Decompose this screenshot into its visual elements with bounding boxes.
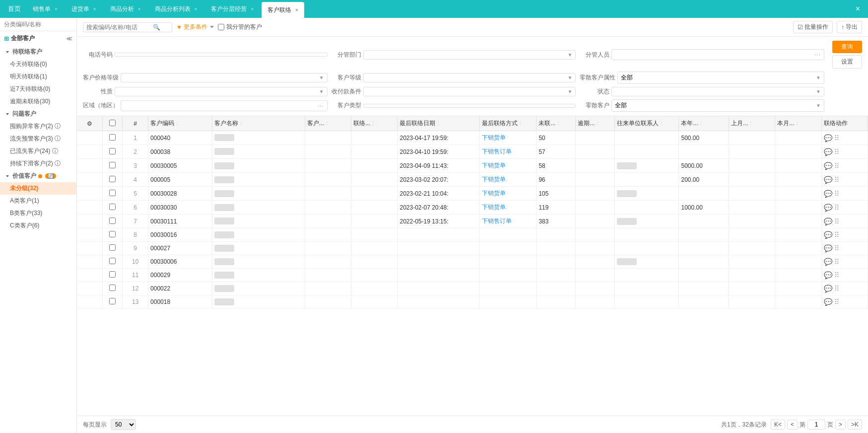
nav-home[interactable]: 首页 — [4, 4, 25, 13]
batch-operation-button[interactable]: ☑ 批量操作 — [793, 21, 833, 33]
action-chat-icon[interactable]: 💬 — [824, 298, 832, 306]
sidebar-group-problem[interactable]: 问题客户 — [0, 108, 76, 120]
action-more-icon[interactable]: ⠿ — [834, 190, 839, 198]
th-lastdate[interactable]: 最后联络日期 : — [398, 116, 479, 131]
action-chat-icon[interactable]: 💬 — [824, 217, 832, 225]
filter-more-conditions[interactable]: ▼ 更多条件 — [176, 23, 214, 31]
nav-tab-customer-tier-close[interactable]: × — [251, 6, 254, 12]
action-chat-icon[interactable]: 💬 — [824, 190, 832, 198]
row-checkbox[interactable] — [109, 162, 116, 168]
th-settings[interactable]: ⚙ — [77, 116, 103, 131]
th-lastmo[interactable]: 上月... : — [729, 116, 775, 131]
cell-lastway[interactable]: 下销货单 — [479, 173, 536, 187]
all-customers-header[interactable]: ⊞ 全部客户 ≪ — [0, 31, 76, 46]
lastway-link[interactable]: 下销货单 — [482, 162, 506, 169]
sidebar-item-lost[interactable]: 已流失客户(24) ⓘ — [0, 145, 76, 157]
action-more-icon[interactable]: ⠿ — [834, 217, 839, 225]
last-page-button[interactable]: >K — [848, 420, 862, 430]
th-check[interactable] — [103, 116, 123, 131]
sidebar-item-ungrouped[interactable]: 未分组(32) — [0, 182, 76, 195]
action-more-icon[interactable]: ⠿ — [834, 162, 839, 170]
th-assoc[interactable]: 往来单位联系人 : — [615, 116, 679, 131]
action-chat-icon[interactable]: 💬 — [824, 134, 832, 142]
cell-lastway[interactable]: 下销货单 — [479, 201, 536, 215]
cell-lastway[interactable]: 下销售订单 — [479, 215, 536, 228]
nav-tab-customer-contact[interactable]: 客户联络 × — [262, 2, 304, 18]
filter-retail-attr-select[interactable]: 全部▼ — [617, 72, 824, 84]
row-checkbox[interactable] — [109, 134, 116, 141]
cell-lastway[interactable]: 下销货单 — [479, 159, 536, 173]
sidebar-item-warning[interactable]: 流失预警客户(3) ⓘ — [0, 133, 76, 145]
value-group-refresh-icon[interactable]: 🔄 — [45, 173, 56, 179]
cell-lastway[interactable] — [479, 255, 536, 269]
th-contact[interactable]: 联络... : — [351, 116, 398, 131]
cell-check[interactable] — [103, 173, 123, 187]
first-page-button[interactable]: K< — [771, 420, 785, 430]
action-chat-icon[interactable]: 💬 — [824, 204, 832, 212]
nav-tab-sales[interactable]: 销售单 × — [27, 2, 64, 16]
filter-payment-select[interactable]: ▼ — [363, 87, 576, 96]
row-checkbox[interactable] — [109, 271, 116, 278]
cell-check[interactable] — [103, 295, 123, 309]
row-checkbox[interactable] — [109, 298, 116, 304]
action-more-icon[interactable]: ⠿ — [834, 258, 839, 266]
filter-customer-type-input[interactable] — [363, 104, 576, 108]
filter-phone-input[interactable] — [115, 53, 328, 57]
prev-page-button[interactable]: < — [787, 420, 798, 430]
sidebar-item-a-class[interactable]: A类客户(1) — [0, 195, 76, 207]
filter-nature-select[interactable]: ▼ — [115, 87, 328, 96]
export-button[interactable]: ↑ 导出 — [837, 21, 862, 33]
cell-check[interactable] — [103, 145, 123, 159]
row-checkbox[interactable] — [109, 148, 116, 154]
th-thisyr[interactable]: 本年... : — [679, 116, 729, 131]
nav-tab-purchase-close[interactable]: × — [93, 6, 96, 12]
action-more-icon[interactable]: ⠿ — [834, 298, 839, 306]
cell-check[interactable] — [103, 187, 123, 201]
cell-check[interactable] — [103, 131, 123, 145]
action-more-icon[interactable]: ⠿ — [834, 271, 839, 279]
nav-tab-product-list[interactable]: 商品分析列表 × — [149, 2, 203, 16]
action-chat-icon[interactable]: 💬 — [824, 258, 832, 266]
nav-tab-product-analysis[interactable]: 商品分析 × — [104, 2, 147, 16]
action-more-icon[interactable]: ⠿ — [834, 285, 839, 292]
cell-lastway[interactable]: 下销售订单 — [479, 145, 536, 159]
sidebar-item-overdue[interactable]: 逾期未联络(30) — [0, 95, 76, 108]
close-all-button[interactable]: × — [852, 4, 864, 13]
action-more-icon[interactable]: ⠿ — [834, 148, 839, 156]
th-name[interactable]: 客户名称 : — [212, 116, 305, 131]
cell-check[interactable] — [103, 269, 123, 282]
page-number-input[interactable] — [807, 420, 825, 430]
sidebar-group-pending[interactable]: 待联络客户 — [0, 46, 76, 58]
cell-lastway[interactable] — [479, 282, 536, 295]
filter-search-input[interactable] — [86, 24, 151, 31]
cell-check[interactable] — [103, 159, 123, 173]
row-checkbox[interactable] — [109, 244, 116, 251]
cell-lastway[interactable] — [479, 269, 536, 282]
lastway-link[interactable]: 下销货单 — [482, 190, 506, 197]
row-checkbox[interactable] — [109, 285, 116, 291]
action-more-icon[interactable]: ⠿ — [834, 231, 839, 239]
next-page-button[interactable]: > — [835, 420, 846, 430]
cell-lastway[interactable]: 下销货单 — [479, 131, 536, 145]
action-more-icon[interactable]: ⠿ — [834, 204, 839, 212]
sidebar-group-value[interactable]: 价值客户 🔄 — [0, 170, 76, 182]
filter-customer-tier-select[interactable]: ▼ — [363, 73, 576, 82]
sidebar-item-c-class[interactable]: C类客户(6) — [0, 219, 76, 232]
cell-check[interactable] — [103, 242, 123, 255]
sidebar-item-7days[interactable]: 近7天待联络(0) — [0, 83, 76, 95]
th-thismon[interactable]: 本月... : — [775, 116, 821, 131]
th-overdue[interactable]: 逾期... : — [576, 116, 615, 131]
th-lastway[interactable]: 最后联络方式 : — [479, 116, 536, 131]
cell-check[interactable] — [103, 228, 123, 242]
page-size-select[interactable]: 50 100 — [111, 419, 136, 430]
sidebar-item-today[interactable]: 今天待联络(0) — [0, 58, 76, 71]
action-chat-icon[interactable]: 💬 — [824, 271, 832, 279]
sidebar-item-declining[interactable]: 持续下滑客户(2) ⓘ — [0, 157, 76, 170]
cell-check[interactable] — [103, 215, 123, 228]
reset-button[interactable]: 设置 — [832, 55, 862, 69]
nav-tab-purchase[interactable]: 进货单 × — [66, 2, 102, 16]
sidebar-item-b-class[interactable]: B类客户(33) — [0, 207, 76, 219]
select-all-checkbox[interactable] — [109, 120, 116, 126]
action-chat-icon[interactable]: 💬 — [824, 176, 832, 184]
filter-status-select[interactable]: ▼ — [611, 87, 824, 96]
